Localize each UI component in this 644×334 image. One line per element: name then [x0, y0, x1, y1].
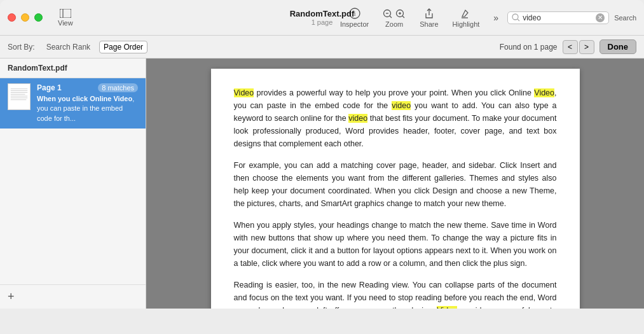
sort-by-label: Sort By:: [8, 43, 35, 52]
sidebar-icon: [60, 9, 71, 18]
search-sort-bar: Sort By: Search Rank Page Order Found on…: [0, 36, 644, 59]
svg-line-13: [517, 19, 519, 21]
sort-page-order-button[interactable]: Page Order: [99, 41, 147, 53]
close-button[interactable]: [8, 13, 16, 22]
main-layout: RandomText.pdf Page 1 8 matches: [0, 59, 644, 309]
paragraph-2: For example, you can add a matching cove…: [234, 159, 557, 210]
sidebar: RandomText.pdf Page 1 8 matches: [0, 59, 146, 309]
more-button[interactable]: »: [488, 11, 504, 24]
svg-point-12: [512, 14, 518, 20]
sidebar-snippet: When you click Online Video, you can pas…: [37, 94, 138, 123]
document-page: Video provides a powerful way to help yo…: [211, 69, 580, 309]
file-subtitle: 1 page: [312, 18, 333, 26]
zoom-button[interactable]: Zoom: [378, 6, 411, 29]
search-icon: [512, 13, 520, 22]
svg-line-8: [402, 16, 404, 18]
sidebar-matches-badge: 8 matches: [98, 83, 138, 92]
share-button[interactable]: Share: [414, 6, 443, 29]
page-thumbnail: [8, 83, 31, 110]
sidebar-page-label: Page 1: [37, 83, 62, 92]
fullscreen-button[interactable]: [34, 13, 43, 22]
svg-rect-14: [8, 84, 30, 109]
sidebar-toggle[interactable]: View: [53, 8, 78, 28]
sort-search-rank-button[interactable]: Search Rank: [43, 41, 94, 53]
done-button[interactable]: Done: [599, 39, 637, 54]
zoom-label: Zoom: [385, 20, 403, 28]
file-title: RandomText.pdf: [290, 9, 355, 18]
search-wrapper: ✕: [507, 11, 609, 24]
search-label: Search: [614, 14, 636, 22]
highlight-icon: [460, 8, 472, 19]
prev-result-button[interactable]: <: [563, 40, 578, 54]
minimize-button[interactable]: [21, 13, 29, 22]
search-clear-button[interactable]: ✕: [596, 13, 605, 22]
search-input[interactable]: [523, 13, 596, 22]
share-label: Share: [420, 20, 438, 28]
document-area[interactable]: Video provides a powerful way to help yo…: [146, 59, 644, 309]
highlight-label: Highlight: [453, 20, 480, 28]
zoom-icon: [383, 8, 406, 19]
paragraph-1: Video provides a powerful way to help yo…: [234, 87, 557, 150]
paragraph-4: Reading is easier, too, in the new Readi…: [234, 279, 557, 309]
more-icon: »: [493, 13, 498, 23]
highlight-button[interactable]: Highlight: [448, 6, 485, 29]
sidebar-filename: RandomText.pdf: [0, 59, 146, 78]
titlebar-center: RandomText.pdf 1 page: [290, 9, 355, 26]
next-result-button[interactable]: >: [579, 40, 594, 54]
svg-rect-0: [60, 9, 71, 18]
add-button[interactable]: +: [8, 290, 15, 303]
traffic-lights: [8, 13, 43, 22]
svg-line-5: [390, 16, 392, 18]
titlebar: View RandomText.pdf 1 page i Inspector: [0, 0, 644, 36]
share-icon: [423, 8, 435, 19]
sidebar-footer: +: [0, 284, 146, 309]
sidebar-item-info: Page 1 8 matches When you click Online V…: [37, 83, 138, 123]
sidebar-item-top: Page 1 8 matches: [37, 83, 138, 92]
list-item[interactable]: Page 1 8 matches When you click Online V…: [0, 78, 146, 129]
view-label: View: [58, 19, 73, 27]
nav-buttons: < >: [563, 40, 594, 54]
found-label: Found on 1 page: [500, 43, 558, 52]
paragraph-3: When you apply styles, your headings cha…: [234, 219, 557, 270]
